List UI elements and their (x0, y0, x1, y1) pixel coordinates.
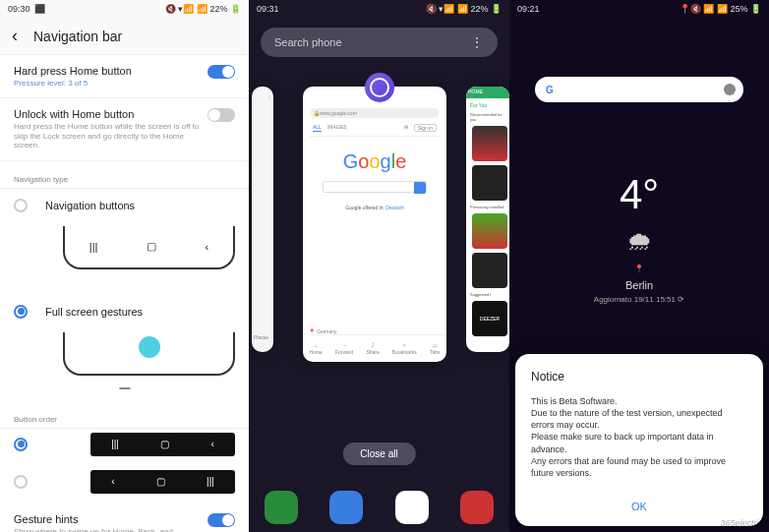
location-pin-icon: 📍 (509, 265, 769, 273)
suggested-label: Suggested f (470, 292, 505, 297)
search-phone-bar[interactable]: Search phone ⋮ (261, 28, 498, 57)
apps-icon: ⊞ (404, 124, 408, 132)
screen-recents: 09:31 🔇 ▾📶 📶 22% 🔋 Search phone ⋮ ⋮ Plac… (249, 0, 509, 532)
tab-images: IMAGES (327, 124, 346, 132)
status-time: 09:31 (257, 4, 279, 14)
dock-app-chrome[interactable] (395, 491, 429, 524)
order-preview-back-home-recents: ‹ ▢ ||| (90, 470, 235, 494)
radio-full-screen-gestures[interactable]: Full screen gestures (0, 295, 249, 328)
dock-app-phone[interactable] (265, 491, 298, 524)
for-you-label: For You (470, 102, 505, 108)
setting-title: Gesture hints (14, 513, 200, 525)
app-icon-samsung-internet[interactable] (365, 73, 394, 102)
setting-title: Hard press Home button (14, 65, 200, 77)
status-bar: 09:21 📍🔇 📶 📶 25% 🔋 (509, 0, 769, 18)
google-search-box (323, 181, 427, 193)
recents-key-icon: ||| (207, 476, 214, 487)
weather-city: Berlin (509, 279, 769, 291)
radio-indicator (14, 305, 28, 319)
toggle-hard-press[interactable] (207, 65, 235, 79)
screenshot-icon: ⬛ (34, 4, 45, 14)
places-label: Places (252, 332, 270, 342)
status-time: 09:30 (8, 4, 30, 14)
browser-url-bar: 🔒www.google.com (311, 108, 439, 118)
watermark: 365electric (720, 518, 763, 528)
app-tile-deezer: DEEZER (472, 301, 507, 336)
setting-subtitle: Pressure level: 3 of 5 (14, 79, 200, 88)
back-key-icon: ‹ (211, 439, 214, 449)
radio-button-order-1[interactable]: ||| ▢ ‹ (0, 429, 249, 466)
home-indicator-icon (119, 387, 131, 389)
home-key-icon: ▢ (156, 476, 165, 487)
weather-temperature: 4° (509, 171, 769, 218)
section-navigation-type: Navigation type (0, 161, 249, 189)
settings-header: ‹ Navigation bar (0, 18, 249, 55)
status-indicators: 📍🔇 📶 📶 25% 🔋 (680, 4, 761, 14)
recent-app-card-left[interactable]: ⋮ Places (252, 87, 273, 352)
recents-key-icon: ||| (89, 241, 98, 253)
google-search-widget[interactable]: G (535, 77, 743, 102)
footer-home: ⌂Home (310, 342, 323, 355)
footer-tabs: ▭Tabs (430, 342, 441, 355)
radio-indicator (14, 438, 28, 451)
more-options-icon[interactable]: ⋮ (470, 34, 484, 50)
search-placeholder: Search phone (274, 36, 470, 48)
sign-in-button: Sign in (414, 124, 437, 132)
app-tile (472, 126, 507, 161)
dock (249, 491, 509, 524)
recent-app-card-browser[interactable]: 🔒www.google.com ALL IMAGES ⊞ Sign in Goo… (303, 87, 446, 362)
app-tile (472, 253, 507, 288)
back-key-icon: ‹ (111, 476, 114, 487)
setting-title: Unlock with Home button (14, 108, 200, 120)
preview-full-screen-gestures (14, 332, 235, 391)
toggle-unlock-home[interactable] (207, 108, 235, 122)
screen-settings-navigation-bar: 09:30 ⬛ 🔇 ▾📶 📶 22% 🔋 ‹ Navigation bar Ha… (0, 0, 249, 532)
recent-app-card-play-store[interactable]: HOME For You Recommended for you Previou… (466, 87, 509, 352)
setting-hard-press-home[interactable]: Hard press Home button Pressure level: 3… (0, 55, 249, 98)
google-logo: Google (309, 150, 441, 173)
back-key-icon: ‹ (206, 241, 209, 253)
dock-app-camera[interactable] (460, 491, 494, 524)
recents-carousel[interactable]: ⋮ Places 🔒www.google.com ALL IMAGES ⊞ Si… (249, 67, 509, 441)
setting-unlock-home[interactable]: Unlock with Home button Hard press the H… (0, 98, 249, 161)
dock-app-messages[interactable] (329, 491, 363, 524)
previously-installed-label: Previously installed (470, 205, 505, 209)
close-all-button[interactable]: Close all (342, 443, 415, 465)
section-button-order: Button order (0, 401, 249, 429)
play-store-header: HOME (466, 87, 509, 98)
mic-icon[interactable] (724, 84, 736, 95)
screen-home-notice: 09:21 📍🔇 📶 📶 25% 🔋 G 4° 🌧 📍 Berlin Aggio… (509, 0, 769, 532)
home-key-icon: ▢ (147, 240, 156, 253)
notice-dialog: Notice This is Beta Software. Due to the… (515, 354, 763, 526)
dialog-body: This is Beta Software. Due to the nature… (531, 395, 747, 479)
recommended-label: Recommended for you (470, 112, 505, 122)
weather-updated: Aggiornato 19/11 15:51 ⟳ (509, 295, 769, 304)
setting-gesture-hints[interactable]: Gesture hints Show where to swipe up for… (0, 503, 249, 532)
preview-navigation-buttons: ||| ▢ ‹ (14, 226, 235, 285)
footer-forward: →Forward (335, 342, 353, 355)
toggle-gesture-hints[interactable] (207, 513, 235, 527)
footer-bookmarks: ☆Bookmarks (392, 342, 417, 355)
ok-button[interactable]: OK (531, 497, 747, 516)
home-key-icon: ▢ (160, 439, 169, 449)
radio-label: Full screen gestures (45, 306, 143, 318)
radio-button-order-2[interactable]: ‹ ▢ ||| (0, 466, 249, 503)
setting-description: Show where to swipe up for Home, Back, a… (14, 527, 200, 532)
status-bar: 09:30 ⬛ 🔇 ▾📶 📶 22% 🔋 (0, 0, 249, 18)
radio-indicator (14, 475, 28, 489)
radio-navigation-buttons[interactable]: Navigation buttons (0, 189, 249, 222)
dialog-title: Notice (531, 370, 747, 384)
back-button[interactable]: ‹ (12, 26, 18, 46)
weather-rain-icon: 🌧 (509, 226, 769, 257)
status-indicators: 🔇 ▾📶 📶 22% 🔋 (165, 4, 241, 14)
setting-description: Hard press the Home button while the scr… (14, 122, 200, 150)
browser-footer: ⌂Home →Forward ⤴Share ☆Bookmarks ▭Tabs (303, 334, 446, 362)
google-offered-text: Google offered in: Deutsch (309, 205, 441, 210)
recents-key-icon: ||| (111, 439, 119, 449)
status-bar: 09:31 🔇 ▾📶 📶 22% 🔋 (249, 0, 509, 18)
status-indicators: 🔇 ▾📶 📶 22% 🔋 (426, 4, 502, 14)
page-title: Navigation bar (33, 29, 122, 44)
google-g-icon: G (543, 83, 557, 96)
order-preview-recents-home-back: ||| ▢ ‹ (90, 433, 235, 456)
app-tile (472, 213, 507, 249)
